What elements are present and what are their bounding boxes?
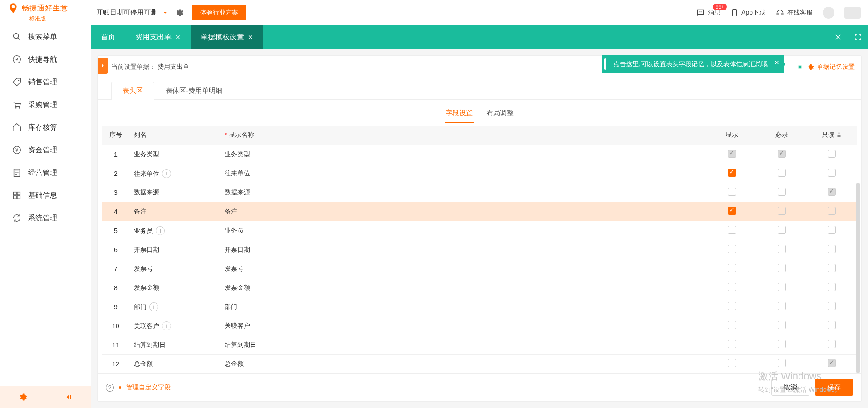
checkbox[interactable] (778, 245, 786, 253)
checkbox[interactable] (728, 283, 736, 291)
region-tab-1[interactable]: 表体区-费用单明细 (154, 82, 234, 100)
tab-close-icon[interactable]: ✕ (175, 34, 181, 41)
nav-item-0[interactable]: 搜索菜单 (0, 25, 91, 48)
cell-display[interactable]: 开票日期 (220, 240, 707, 259)
plus-button[interactable]: + (162, 321, 171, 330)
nav-item-3[interactable]: 采购管理 (0, 93, 91, 116)
close-all-tabs-button[interactable] (828, 25, 848, 49)
checkbox[interactable] (728, 207, 736, 215)
checkbox[interactable] (728, 302, 736, 310)
cell-display[interactable]: 备注 (220, 202, 707, 221)
checkbox[interactable] (778, 226, 786, 234)
tab-1[interactable]: 费用支出单 ✕ (125, 25, 191, 49)
table-row[interactable]: 6 开票日期 开票日期 (102, 240, 857, 259)
footer-gear-icon[interactable] (18, 393, 27, 402)
collapse-nav-icon[interactable] (63, 393, 73, 402)
table-row[interactable]: 4 备注 备注 (102, 202, 857, 221)
online-service-button[interactable]: 在线客服 (775, 8, 813, 17)
nav-item-2[interactable]: 销售管理 (0, 71, 91, 93)
checkbox[interactable] (778, 207, 786, 215)
checkbox[interactable] (728, 226, 736, 234)
cell-display[interactable]: 发票金额 (220, 278, 707, 297)
tab-0[interactable]: 首页 (91, 25, 125, 49)
checkbox[interactable] (778, 302, 786, 310)
nav-item-1[interactable]: 快捷导航 (0, 48, 91, 71)
checkbox[interactable] (828, 321, 836, 329)
checkbox[interactable] (778, 169, 786, 177)
save-button[interactable]: 保存 (815, 379, 853, 396)
manage-custom-fields-link[interactable]: ? 管理自定义字段 (106, 384, 171, 392)
tab-2[interactable]: 单据模板设置 ✕ (191, 25, 263, 49)
checkbox[interactable] (728, 245, 736, 253)
expand-sidebar-button[interactable] (98, 58, 108, 74)
plus-button[interactable]: + (162, 169, 171, 178)
sub-tab-0[interactable]: 字段设置 (445, 106, 474, 123)
checkbox[interactable] (828, 150, 836, 158)
table-row[interactable]: 3 数据来源 数据来源 (102, 183, 857, 202)
table-row[interactable]: 1 业务类型 业务类型 (102, 145, 857, 164)
checkbox[interactable] (778, 188, 786, 196)
checkbox[interactable] (828, 264, 836, 272)
checkbox[interactable] (828, 169, 836, 177)
table-row[interactable]: 11 结算到期日 结算到期日 (102, 335, 857, 355)
table-row[interactable]: 9 部门+ 部门 (102, 297, 857, 316)
cancel-button[interactable]: 取消 (771, 379, 809, 396)
checkbox[interactable] (728, 188, 736, 196)
checkbox[interactable] (828, 302, 836, 310)
checkbox[interactable] (728, 321, 736, 329)
table-row[interactable]: 5 业务员+ 业务员 (102, 221, 857, 240)
checkbox[interactable] (828, 245, 836, 253)
cell-display[interactable]: 部门 (220, 297, 707, 316)
checkbox[interactable] (828, 283, 836, 291)
nav-item-4[interactable]: 库存核算 (0, 116, 91, 139)
user-avatar[interactable] (844, 7, 861, 19)
table-wrap[interactable]: 序号 列名 *显示名称 显示 必录 只读 1 业务类型 业务类型 (102, 126, 857, 373)
checkbox[interactable] (778, 283, 786, 291)
tab-close-icon[interactable]: ✕ (248, 34, 253, 41)
cell-display[interactable]: 总金额 (220, 355, 707, 374)
nav-item-6[interactable]: 经营管理 (0, 161, 91, 184)
cell-display[interactable]: 发票号 (220, 259, 707, 278)
cell-display[interactable]: 关联客户 (220, 316, 707, 335)
table-row[interactable]: 2 往来单位+ 往来单位 (102, 164, 857, 183)
cell-display[interactable]: 往来单位 (220, 164, 707, 183)
checkbox[interactable] (728, 340, 736, 348)
messages-button[interactable]: 消息 99+ (696, 8, 721, 17)
close-icon (834, 33, 842, 41)
brand-logo: 畅捷通好生意 标准版 (7, 2, 68, 23)
table-row[interactable]: 12 总金额 总金额 (102, 355, 857, 374)
checkbox[interactable] (778, 321, 786, 329)
plus-button[interactable]: + (149, 302, 158, 311)
nav-item-7[interactable]: 基础信息 (0, 184, 91, 207)
plus-button[interactable]: + (156, 226, 165, 235)
table-row[interactable]: 10 关联客户+ 关联客户 (102, 316, 857, 335)
account-switcher[interactable]: 开账日期可停用可删 (96, 8, 168, 17)
table-row[interactable]: 7 发票号 发票号 (102, 259, 857, 278)
checkbox[interactable] (828, 226, 836, 234)
tip-close-button[interactable] (774, 58, 780, 68)
checkbox[interactable] (778, 264, 786, 272)
table-row[interactable]: 8 发票金额 发票金额 (102, 278, 857, 297)
industry-cta-button[interactable]: 体验行业方案 (192, 5, 246, 20)
checkbox[interactable] (728, 359, 736, 367)
user-avatar-small[interactable] (823, 7, 834, 19)
fullscreen-button[interactable] (848, 25, 868, 49)
cell-display[interactable]: 结算到期日 (220, 335, 707, 355)
cell-display[interactable]: 数据来源 (220, 183, 707, 202)
checkbox[interactable] (728, 169, 736, 177)
cell-display[interactable]: 业务类型 (220, 145, 707, 164)
checkbox[interactable] (728, 264, 736, 272)
region-tab-0[interactable]: 表头区 (111, 82, 154, 100)
checkbox[interactable] (828, 207, 836, 215)
memory-settings-link[interactable]: 单据记忆设置 (798, 63, 855, 71)
nav-item-5[interactable]: ¥ 资金管理 (0, 139, 91, 161)
checkbox[interactable] (778, 340, 786, 348)
checkbox[interactable] (828, 340, 836, 348)
nav-item-8[interactable]: 系统管理 (0, 207, 91, 229)
sub-tab-1[interactable]: 布局调整 (485, 106, 515, 123)
checkbox[interactable] (778, 359, 786, 367)
scrollbar[interactable] (856, 183, 860, 373)
cell-display[interactable]: 业务员 (220, 221, 707, 240)
settings-gear-button[interactable] (175, 8, 184, 17)
app-download-button[interactable]: App下载 (731, 9, 765, 17)
